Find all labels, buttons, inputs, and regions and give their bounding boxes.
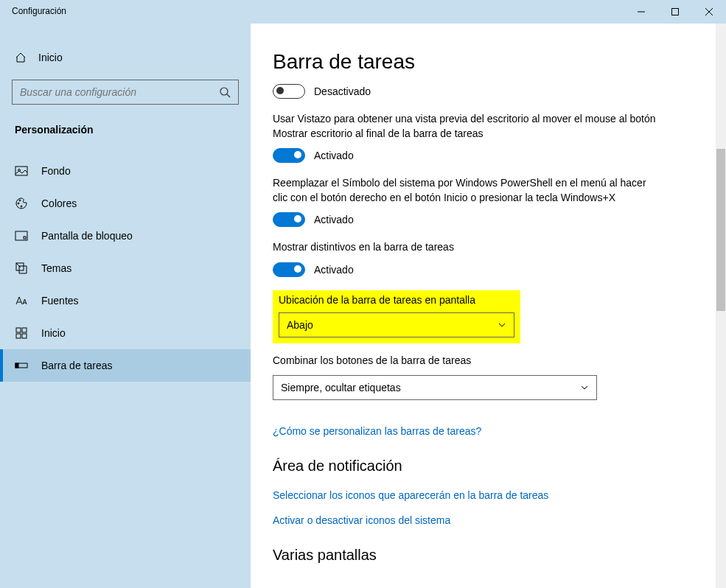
nav-label: Fondo (41, 165, 71, 177)
toggle-state: Activado (314, 214, 354, 225)
toggle-lock[interactable] (273, 84, 305, 99)
lockscreen-icon (15, 229, 28, 242)
link-help-taskbar[interactable]: ¿Cómo se personalizan las barras de tare… (273, 425, 704, 437)
scrollbar[interactable] (716, 24, 726, 588)
minimize-button[interactable] (624, 0, 658, 24)
toggle-peek[interactable] (273, 148, 305, 163)
svg-rect-14 (16, 328, 21, 332)
toggle-powershell[interactable] (273, 212, 305, 227)
multiple-displays-title: Varias pantallas (273, 547, 704, 564)
nav: Fondo Colores Pantalla de bloqueo Temas … (0, 155, 251, 382)
maximize-button[interactable] (658, 0, 692, 24)
close-button[interactable] (692, 0, 726, 24)
location-dropdown[interactable]: Abajo (279, 312, 514, 337)
link-system-icons[interactable]: Activar o desactivar iconos del sistema (273, 514, 704, 526)
dropdown-value: Siempre, ocultar etiquetas (281, 382, 401, 393)
notification-area-title: Área de notificación (273, 458, 704, 475)
nav-item-inicio[interactable]: Inicio (0, 317, 251, 349)
svg-rect-12 (24, 237, 26, 239)
nav-label: Barra de tareas (41, 360, 113, 371)
nav-item-colores[interactable]: Colores (0, 187, 251, 220)
taskbar-location-section: Ubicación de la barra de tareas en panta… (273, 290, 520, 343)
svg-rect-1 (672, 9, 679, 15)
setting-badges-text: Mostrar distintivos en la barra de tarea… (273, 240, 656, 255)
palette-icon (15, 197, 28, 210)
nav-label: Pantalla de bloqueo (41, 230, 133, 242)
link-select-icons[interactable]: Seleccionar los iconos que aparecerán en… (273, 489, 704, 501)
setting-peek-text: Usar Vistazo para obtener una vista prev… (273, 112, 656, 141)
page-title: Barra de tareas (273, 50, 704, 74)
nav-item-barra-tareas[interactable]: Barra de tareas (0, 349, 251, 382)
search-box[interactable] (12, 80, 239, 105)
toggle-state: Activado (314, 264, 354, 276)
titlebar: Configuración (0, 0, 726, 24)
picture-icon (15, 164, 28, 178)
toggle-state: Desactivado (314, 85, 371, 97)
nav-label: Temas (41, 262, 71, 274)
start-icon (15, 326, 28, 340)
window-title: Configuración (12, 6, 66, 16)
toggle-badges[interactable] (273, 262, 305, 277)
chevron-down-icon (498, 321, 506, 329)
svg-point-8 (18, 203, 19, 204)
svg-rect-19 (15, 363, 18, 368)
fonts-icon (15, 294, 28, 307)
svg-rect-15 (22, 328, 27, 332)
home-link[interactable]: Inicio (0, 44, 251, 71)
setting-powershell-text: Reemplazar el Símbolo del sistema por Wi… (273, 176, 656, 205)
section-label: Personalización (0, 119, 251, 146)
nav-label: Inicio (41, 327, 66, 339)
svg-point-10 (21, 206, 22, 207)
chevron-down-icon (580, 383, 589, 392)
svg-line-5 (227, 94, 230, 97)
dropdown-value: Abajo (287, 319, 313, 331)
home-label: Inicio (38, 52, 63, 63)
svg-point-9 (19, 200, 21, 201)
search-input[interactable] (20, 86, 231, 98)
svg-point-4 (220, 88, 228, 95)
combine-dropdown[interactable]: Siempre, ocultar etiquetas (273, 375, 597, 400)
location-label: Ubicación de la barra de tareas en panta… (279, 293, 514, 308)
toggle-state: Activado (314, 150, 354, 161)
search-icon (219, 86, 231, 98)
nav-item-temas[interactable]: Temas (0, 252, 251, 284)
svg-rect-16 (16, 334, 21, 338)
nav-item-fuentes[interactable]: Fuentes (0, 284, 251, 317)
nav-label: Colores (41, 197, 77, 209)
themes-icon (15, 262, 28, 275)
sidebar: Inicio Personalización Fondo Colores Pan… (0, 24, 251, 588)
main-content: Barra de tareas Desactivado Usar Vistazo… (251, 24, 726, 588)
svg-rect-17 (22, 334, 27, 338)
nav-label: Fuentes (41, 295, 79, 307)
combine-label: Combinar los botones de la barra de tare… (273, 354, 656, 368)
nav-item-fondo[interactable]: Fondo (0, 155, 251, 187)
taskbar-icon (15, 359, 28, 372)
nav-item-bloqueo[interactable]: Pantalla de bloqueo (0, 220, 251, 252)
scroll-thumb[interactable] (716, 149, 725, 311)
home-icon (15, 52, 27, 63)
